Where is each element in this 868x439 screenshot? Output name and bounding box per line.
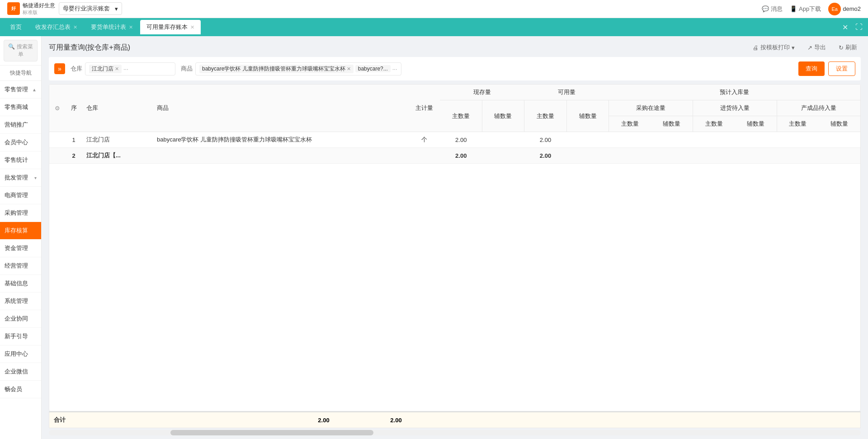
chevron-icon: ▲ bbox=[32, 87, 37, 92]
refresh-icon: ↻ bbox=[839, 44, 844, 51]
production-pending-header: 产成品待入量 bbox=[777, 100, 860, 116]
sidebar-item-new-guide[interactable]: 新手引导 bbox=[0, 328, 41, 345]
sidebar-search-area: 🔍 搜索菜单 bbox=[0, 36, 41, 66]
tab-close-recv[interactable]: ✕ bbox=[73, 24, 77, 30]
row-incoming-aux bbox=[735, 132, 777, 148]
row-purchase-main bbox=[609, 132, 651, 148]
gear-icon[interactable]: ⚙ bbox=[55, 105, 60, 112]
row-purchase-aux bbox=[651, 132, 693, 148]
row-incoming-main bbox=[693, 132, 735, 148]
sidebar-item-vip-member[interactable]: 畅会员 bbox=[0, 381, 41, 398]
filter-action-buttons: 查询 设置 bbox=[798, 61, 855, 76]
subtotal-incoming-aux bbox=[735, 148, 777, 164]
planned-group-header: 预计入库量 bbox=[609, 85, 860, 100]
close-tab-button[interactable]: ✕ bbox=[840, 21, 850, 33]
product-filter-field: 商品 babycare学饮杯 儿童防摔防撞吸管杯重力球吸嘴杯宝宝水杯 ✕ bab… bbox=[181, 62, 401, 76]
message-button[interactable]: 💬 消息 bbox=[762, 5, 783, 13]
subtotal-no: 2 bbox=[66, 148, 82, 164]
search-menu-button[interactable]: 🔍 搜索菜单 bbox=[4, 40, 38, 61]
row-avail-aux bbox=[566, 132, 609, 148]
product-label: 商品 bbox=[181, 65, 193, 73]
refresh-button[interactable]: ↻ 刷新 bbox=[835, 42, 861, 53]
sidebar-item-retail-stats[interactable]: 零售统计 bbox=[0, 151, 41, 169]
sidebar-item-retail-mgmt[interactable]: 零售管理 ▲ bbox=[0, 81, 41, 99]
sidebar-item-sys-mgmt[interactable]: 系统管理 bbox=[0, 293, 41, 310]
download-icon: 📱 bbox=[790, 5, 797, 12]
purchase-aux-header: 辅数量 bbox=[651, 116, 693, 132]
print-button[interactable]: 🖨 按模板打印 ▾ bbox=[749, 42, 798, 53]
sidebar-item-enterprise-wx[interactable]: 企业微信 bbox=[0, 363, 41, 381]
row-no: 1 bbox=[66, 132, 82, 148]
page-header: 可用量查询(按仓库+商品) 🖨 按模板打印 ▾ ↗ 导出 ↻ 刷新 bbox=[42, 36, 868, 57]
warehouse-tag-delete[interactable]: ✕ bbox=[115, 66, 119, 72]
incoming-pending-header: 进货待入量 bbox=[693, 100, 777, 116]
message-icon: 💬 bbox=[762, 5, 769, 12]
no-column-header: 序 bbox=[66, 85, 82, 132]
sidebar-item-member-center[interactable]: 会员中心 bbox=[0, 134, 41, 151]
product-input[interactable]: babycare学饮杯 儿童防摔防撞吸管杯重力球吸嘴杯宝宝水杯 ✕ babyca… bbox=[195, 62, 401, 76]
footer-stock-main: 2.00 bbox=[306, 417, 342, 424]
horizontal-scrollbar[interactable] bbox=[49, 430, 861, 435]
user-name: demo2 bbox=[843, 5, 861, 12]
product-tag1-delete[interactable]: ✕ bbox=[347, 66, 351, 72]
sidebar-item-finance-mgmt[interactable]: 资金管理 bbox=[0, 240, 41, 257]
filter-area: » 仓库 江北门店 ✕ ··· 商品 babycare学饮杯 儿童防摔防撞吸管杯… bbox=[49, 57, 861, 80]
subtotal-gear bbox=[49, 148, 66, 164]
product-column-header: 商品 bbox=[152, 85, 408, 132]
top-bar: 好 畅捷通好生意 标准版 母婴行业演示账套 ▾ 💬 消息 📱 App下载 Ea … bbox=[0, 0, 868, 18]
tab-available-stock[interactable]: 可用量库存账本 ✕ bbox=[140, 20, 201, 34]
print-icon: 🖨 bbox=[753, 44, 759, 51]
subtotal-warehouse: 江北门店【... bbox=[82, 148, 152, 164]
fullscreen-button[interactable]: ⛶ bbox=[854, 21, 864, 33]
user-profile[interactable]: Ea demo2 bbox=[828, 3, 861, 15]
unit-column-header: 主计量 bbox=[408, 85, 440, 132]
footer-label: 合计 bbox=[54, 416, 306, 424]
tab-home[interactable]: 首页 bbox=[4, 20, 28, 34]
settings-button[interactable]: 设置 bbox=[828, 61, 855, 76]
tab-close-order[interactable]: ✕ bbox=[129, 24, 133, 30]
row-gear bbox=[49, 132, 66, 148]
sidebar-item-operation-mgmt[interactable]: 经营管理 bbox=[0, 257, 41, 275]
filter-toggle-button[interactable]: » bbox=[54, 63, 65, 74]
scroll-thumb[interactable] bbox=[170, 430, 373, 435]
industry-select[interactable]: 母婴行业演示账套 ▾ bbox=[59, 2, 122, 15]
warehouse-filter-field: 仓库 江北门店 ✕ ··· bbox=[71, 62, 175, 76]
tab-order-stat[interactable]: 要货单统计表 ✕ bbox=[85, 20, 139, 34]
subtotal-stock-main: 2.00 bbox=[440, 148, 482, 164]
sidebar-item-base-info[interactable]: 基础信息 bbox=[0, 275, 41, 293]
query-button[interactable]: 查询 bbox=[798, 61, 825, 76]
purchase-main-header: 主数量 bbox=[609, 116, 651, 132]
dropdown-icon: ▾ bbox=[792, 44, 795, 51]
avail-main-header: 主数量 bbox=[524, 100, 567, 132]
sidebar-item-retail-mall[interactable]: 零售商城 bbox=[0, 99, 41, 116]
data-table: ⚙ 序 仓库 商品 主计量 现存量 可用量 预计入库量 主数量 辅数量 主数量 bbox=[49, 84, 861, 411]
sidebar-item-marketing[interactable]: 营销推广 bbox=[0, 116, 41, 134]
incoming-main-header: 主数量 bbox=[693, 116, 735, 132]
sidebar-item-wholesale-mgmt[interactable]: 批发管理 ▾ bbox=[0, 169, 41, 187]
purchase-transit-header: 采购在途量 bbox=[609, 100, 693, 116]
subtotal-production-main bbox=[777, 148, 819, 164]
logo-icon: 好 bbox=[7, 2, 20, 15]
incoming-aux-header: 辅数量 bbox=[735, 116, 777, 132]
sidebar-item-ecommerce-mgmt[interactable]: 电商管理 bbox=[0, 187, 41, 204]
sidebar-item-purchase-mgmt[interactable]: 采购管理 bbox=[0, 204, 41, 222]
sidebar-item-app-center[interactable]: 应用中心 bbox=[0, 345, 41, 363]
subtotal-purchase-aux bbox=[651, 148, 693, 164]
row-product: babycare学饮杯 儿童防摔防撞吸管杯重力球吸嘴杯宝宝水杯 bbox=[152, 132, 408, 148]
warehouse-label: 仓库 bbox=[71, 65, 82, 73]
nav-tabs: 首页 收发存汇总表 ✕ 要货单统计表 ✕ 可用量库存账本 ✕ ✕ ⛶ bbox=[0, 18, 868, 36]
sidebar-item-inventory[interactable]: 库存核算 bbox=[0, 222, 41, 240]
app-download-button[interactable]: 📱 App下载 bbox=[790, 5, 821, 13]
warehouse-input[interactable]: 江北门店 ✕ ··· bbox=[85, 62, 175, 76]
table-footer: 合计 2.00 2.00 bbox=[49, 411, 861, 428]
warehouse-more-btn[interactable]: ··· bbox=[123, 66, 128, 72]
tab-close-available[interactable]: ✕ bbox=[190, 24, 194, 30]
export-button[interactable]: ↗ 导出 bbox=[804, 42, 830, 53]
stock-aux-header: 辅数量 bbox=[482, 100, 524, 132]
product-more-btn[interactable]: ··· bbox=[392, 66, 397, 72]
tab-recv-summary[interactable]: 收发存汇总表 ✕ bbox=[29, 20, 84, 34]
quick-nav-button[interactable]: 快捷导航 bbox=[0, 66, 41, 81]
available-group-header: 可用量 bbox=[524, 85, 609, 100]
row-warehouse: 江北门店 bbox=[82, 132, 152, 148]
sidebar-item-enterprise[interactable]: 企业协同 bbox=[0, 310, 41, 328]
